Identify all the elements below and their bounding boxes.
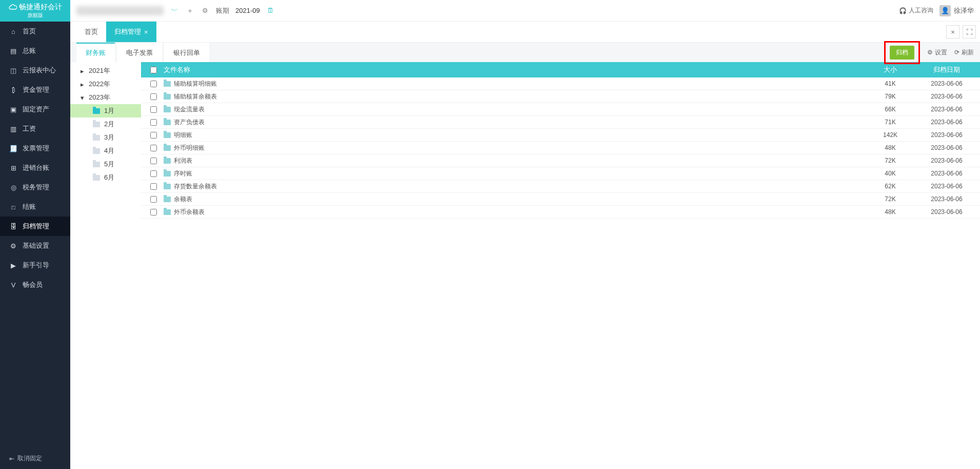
nav-ledger[interactable]: ▤总账 bbox=[0, 41, 70, 61]
invoice-icon: 🧾 bbox=[9, 144, 17, 152]
nav-label: 工资 bbox=[23, 124, 36, 133]
tree-month[interactable]: 1月 bbox=[70, 104, 141, 118]
table-row[interactable]: 余额表72K2023-06-06 bbox=[141, 193, 980, 206]
archive-button[interactable]: 归档 bbox=[890, 46, 914, 60]
folder-icon bbox=[164, 94, 171, 100]
table-row[interactable]: 外币明细账48K2023-06-06 bbox=[141, 142, 980, 154]
tree-month[interactable]: 6月 bbox=[70, 171, 141, 184]
row-checkbox[interactable] bbox=[150, 132, 157, 139]
nav-archive[interactable]: 🗄归档管理 bbox=[0, 217, 70, 236]
year-tree: ▸2021年 ▸2022年 ▾2023年 1月 2月 3月 4月 5月 6月 bbox=[70, 62, 141, 469]
table-row[interactable]: 存货数量余额表62K2023-06-06 bbox=[141, 180, 980, 193]
cell-date: 2023-06-06 bbox=[918, 170, 975, 177]
period-value[interactable]: 2021-09 bbox=[235, 7, 260, 14]
tree-month[interactable]: 2月 bbox=[70, 118, 141, 131]
row-checkbox[interactable] bbox=[150, 170, 157, 177]
row-checkbox[interactable] bbox=[150, 81, 157, 87]
settings-label: 设置 bbox=[935, 48, 947, 57]
nav-guide[interactable]: ▶新手引导 bbox=[0, 256, 70, 275]
select-all-checkbox[interactable] bbox=[150, 67, 157, 73]
tree-year[interactable]: ▾2023年 bbox=[70, 91, 141, 104]
cell-date: 2023-06-06 bbox=[918, 208, 975, 216]
nav-inventory[interactable]: ⊞进销台账 bbox=[0, 158, 70, 178]
wallet-icon: ₿ bbox=[9, 86, 17, 94]
table-row[interactable]: 利润表72K2023-06-06 bbox=[141, 154, 980, 167]
consult-link[interactable]: 🎧 人工咨询 bbox=[899, 6, 933, 15]
content: 财务账 电子发票 银行回单 归档 ⚙设置 ⟳刷新 ▸2021年 ▸2022年 ▾… bbox=[70, 42, 980, 469]
nav-salary[interactable]: ▥工资 bbox=[0, 119, 70, 139]
folder-icon bbox=[93, 122, 100, 127]
nav-label: 固定资产 bbox=[23, 105, 49, 114]
inventory-icon: ⊞ bbox=[9, 164, 17, 172]
nav-tax[interactable]: ◎税务管理 bbox=[0, 178, 70, 197]
calendar-icon[interactable]: 🗓 bbox=[266, 7, 275, 14]
refresh-label: 刷新 bbox=[962, 48, 974, 57]
table-row[interactable]: 资产负债表71K2023-06-06 bbox=[141, 116, 980, 129]
cell-size: 40K bbox=[862, 170, 918, 177]
tree-year[interactable]: ▸2022年 bbox=[70, 77, 141, 91]
subtab-bank[interactable]: 银行回单 bbox=[164, 43, 209, 62]
chevron-down-icon[interactable]: ﹀ bbox=[170, 6, 179, 15]
table-row[interactable]: 明细账142K2023-06-06 bbox=[141, 129, 980, 142]
cell-date: 2023-06-06 bbox=[918, 144, 975, 151]
table-row[interactable]: 辅助核算余额表79K2023-06-06 bbox=[141, 90, 980, 103]
ledger-icon: ▤ bbox=[9, 47, 17, 55]
folder-icon bbox=[164, 209, 171, 215]
table-row[interactable]: 辅助核算明细账41K2023-06-06 bbox=[141, 77, 980, 90]
nav-label: 云报表中心 bbox=[23, 66, 56, 75]
cell-size: 48K bbox=[862, 208, 918, 216]
month-label: 4月 bbox=[104, 146, 114, 155]
nav-label: 资金管理 bbox=[23, 85, 49, 94]
salary-icon: ▥ bbox=[9, 125, 17, 133]
table-row[interactable]: 序时账40K2023-06-06 bbox=[141, 167, 980, 180]
close-icon[interactable]: × bbox=[144, 28, 148, 36]
tab-label: 归档管理 bbox=[114, 27, 141, 36]
user-menu[interactable]: 👤 徐泽华 bbox=[939, 5, 974, 16]
row-checkbox[interactable] bbox=[150, 183, 157, 190]
row-checkbox[interactable] bbox=[150, 106, 157, 113]
nav-funds[interactable]: ₿资金管理 bbox=[0, 80, 70, 100]
gear-icon[interactable]: ⚙ bbox=[201, 7, 210, 14]
fullscreen-icon[interactable]: ⛶ bbox=[963, 25, 976, 38]
col-date: 归档日期 bbox=[918, 65, 975, 74]
subtab-finance[interactable]: 财务账 bbox=[76, 43, 115, 62]
brand-logo: 畅捷通好会计 旗舰版 bbox=[0, 0, 70, 22]
tab-archive[interactable]: 归档管理 × bbox=[106, 22, 156, 42]
settings-link[interactable]: ⚙设置 bbox=[927, 48, 947, 57]
vip-icon: V bbox=[9, 281, 17, 289]
nav-closing[interactable]: ⏍结账 bbox=[0, 197, 70, 217]
arrow-left-icon: ⇤ bbox=[9, 455, 14, 462]
tab-home[interactable]: 首页 bbox=[76, 22, 106, 42]
collapse-toggle[interactable]: ⇤ 取消固定 bbox=[0, 448, 70, 469]
plus-icon[interactable]: ＋ bbox=[185, 6, 194, 15]
tree-month[interactable]: 5月 bbox=[70, 158, 141, 171]
gear-icon: ⚙ bbox=[9, 242, 17, 250]
nav-member[interactable]: V畅会员 bbox=[0, 275, 70, 295]
nav-home[interactable]: ⌂首页 bbox=[0, 22, 70, 41]
nav-invoice[interactable]: 🧾发票管理 bbox=[0, 139, 70, 158]
cell-size: 62K bbox=[862, 183, 918, 190]
table-row[interactable]: 外币余额表48K2023-06-06 bbox=[141, 206, 980, 219]
row-checkbox[interactable] bbox=[150, 93, 157, 100]
nav-fixed-assets[interactable]: ▣固定资产 bbox=[0, 100, 70, 119]
row-checkbox[interactable] bbox=[150, 119, 157, 126]
cell-size: 79K bbox=[862, 93, 918, 100]
tab-label: 首页 bbox=[85, 27, 98, 36]
nav-settings[interactable]: ⚙基础设置 bbox=[0, 236, 70, 256]
subtab-einvoice[interactable]: 电子发票 bbox=[117, 43, 162, 62]
nav-reports[interactable]: ◫云报表中心 bbox=[0, 61, 70, 80]
row-checkbox[interactable] bbox=[150, 196, 157, 203]
tree-year[interactable]: ▸2021年 bbox=[70, 64, 141, 77]
main: ﹀ ＋ ⚙ 账期 2021-09 🗓 🎧 人工咨询 👤 徐泽华 首页 归档管理 … bbox=[70, 0, 980, 469]
refresh-link[interactable]: ⟳刷新 bbox=[954, 48, 974, 57]
tree-month[interactable]: 4月 bbox=[70, 144, 141, 158]
close-all-tabs[interactable]: × bbox=[946, 25, 959, 38]
nav-label: 基础设置 bbox=[23, 241, 49, 250]
table-row[interactable]: 现金流量表66K2023-06-06 bbox=[141, 103, 980, 116]
year-label: 2022年 bbox=[89, 80, 110, 89]
row-checkbox[interactable] bbox=[150, 145, 157, 151]
row-checkbox[interactable] bbox=[150, 209, 157, 216]
tree-month[interactable]: 3月 bbox=[70, 131, 141, 144]
row-checkbox[interactable] bbox=[150, 158, 157, 164]
company-selector[interactable] bbox=[76, 6, 164, 15]
